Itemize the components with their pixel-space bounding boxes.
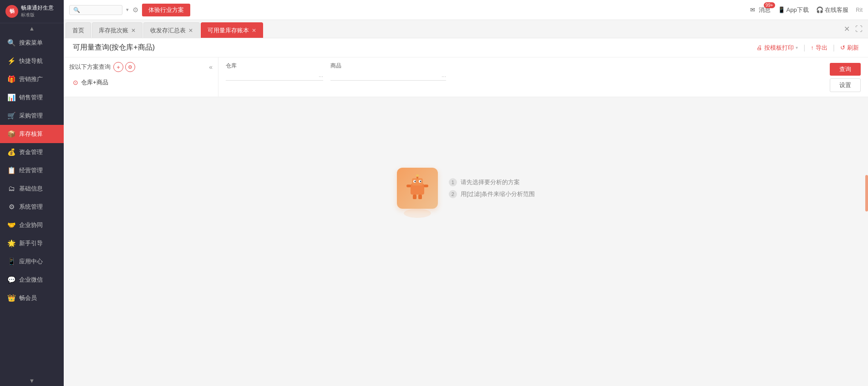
tab-available-close[interactable]: ✕ — [252, 27, 256, 34]
sidebar-item-quick-nav[interactable]: ⚡ 快捷导航 — [0, 52, 64, 70]
scheme-settings-btn[interactable]: ⚙ — [125, 62, 135, 72]
sidebar-item-wechat[interactable]: 💬 企业微信 — [0, 271, 64, 289]
query-panel: 按以下方案查询 + ⚙ « ⊙ 仓库+商品 仓库 — [64, 57, 868, 97]
sidebar-item-enterprise[interactable]: 🤝 企业协同 — [0, 216, 64, 234]
empty-tip-2: 2 用[过滤]条件来缩小分析范围 — [449, 190, 535, 198]
sales-icon: 📊 — [7, 93, 15, 102]
tab-expand-btn[interactable]: ⛶ — [853, 23, 864, 35]
query-fields: 仓库 ... 商品 ... 查询 设置 — [218, 57, 868, 97]
sidebar-item-sales[interactable]: 📊 销售管理 — [0, 88, 64, 107]
basic-icon: 🗂 — [7, 185, 15, 192]
warehouse-more-btn[interactable]: ... — [319, 72, 323, 78]
sidebar-item-app-center[interactable]: 📱 应用中心 — [0, 252, 64, 271]
topbar-search-input[interactable] — [82, 7, 118, 13]
sidebar-item-search[interactable]: 🔍 搜索菜单 — [0, 34, 64, 52]
sidebar-scroll-up[interactable]: ▲ — [0, 23, 64, 34]
tab-batch[interactable]: 库存批次账 ✕ — [92, 22, 142, 38]
page-title: 可用量查询(按仓库+商品) — [73, 43, 155, 52]
warehouse-label: 仓库 — [226, 62, 323, 70]
purchase-icon: 🛒 — [7, 112, 15, 120]
svg-point-5 — [420, 181, 421, 182]
goods-input[interactable] — [330, 72, 440, 78]
goods-field: 商品 ... — [330, 62, 446, 81]
inventory-icon: 📦 — [7, 130, 15, 138]
goods-more-btn[interactable]: ... — [442, 72, 446, 78]
page-header: 可用量查询(按仓库+商品) 🖨 按模板打印 ▾ | ↑ 导出 | ↺ 刷新 — [64, 38, 868, 57]
scheme-collapse-btn[interactable]: « — [209, 63, 213, 71]
topbar: 🔍 ▾ ⚙ 体验行业方案 ✉ 99+ 消息 📱 App下载 🎧 在线客服 Rit — [64, 0, 868, 20]
enterprise-icon: 🤝 — [7, 221, 15, 229]
scheme-item-warehouse[interactable]: ⊙ 仓库+商品 — [69, 76, 213, 89]
empty-state: 1 请先选择要分析的方案 2 用[过滤]条件来缩小分析范围 — [64, 97, 868, 279]
query-settings-btn[interactable]: 设置 — [830, 78, 861, 92]
online-service-btn[interactable]: 🎧 在线客服 — [816, 6, 849, 14]
empty-tip-1: 1 请先选择要分析的方案 — [449, 178, 535, 186]
quick-nav-icon: ⚡ — [7, 57, 15, 65]
app-center-icon: 📱 — [7, 257, 15, 266]
tabbar-controls: ✕ ⛶ — [838, 20, 868, 38]
tab-collect-close[interactable]: ✕ — [188, 27, 193, 34]
query-scheme-header: 按以下方案查询 + ⚙ « — [69, 62, 213, 72]
search-menu-icon: 🔍 — [7, 39, 15, 47]
tabbar: 首页 库存批次账 ✕ 收发存汇总表 ✕ 可用量库存账本 ✕ ✕ ⛶ — [64, 20, 868, 38]
sidebar-item-basic[interactable]: 🗂 基础信息 — [0, 180, 64, 198]
sidebar-item-member[interactable]: 👑 畅会员 — [0, 289, 64, 307]
warehouse-field: 仓库 ... — [226, 62, 323, 81]
sidebar-scroll-down[interactable]: ▼ — [0, 376, 64, 386]
tab-batch-close[interactable]: ✕ — [131, 27, 136, 34]
message-icon: ✉ — [750, 6, 755, 13]
refresh-icon: ↺ — [840, 44, 845, 51]
print-btn[interactable]: 🖨 按模板打印 ▾ — [756, 44, 798, 52]
sidebar: 畅 畅康通好生意 标准版 ▲ 🔍 搜索菜单 ⚡ 快捷导航 🎁 营销推广 📊 销售… — [0, 0, 64, 386]
app-title: 畅康通好生意 — [21, 5, 54, 12]
topbar-right-actions: ✉ 99+ 消息 📱 App下载 🎧 在线客服 Rit — [750, 6, 863, 14]
topbar-search-icon: 🔍 — [73, 7, 80, 13]
page-header-actions: 🖨 按模板打印 ▾ | ↑ 导出 | ↺ 刷新 — [756, 44, 859, 52]
warehouse-input[interactable] — [226, 72, 317, 78]
svg-rect-11 — [424, 185, 428, 187]
headset-icon: 🎧 — [816, 6, 823, 13]
tab-close-btn[interactable]: ✕ — [842, 23, 852, 35]
message-badge: 99+ — [764, 2, 775, 8]
print-icon: 🖨 — [756, 44, 762, 51]
sidebar-item-system[interactable]: ⚙ 系统管理 — [0, 198, 64, 216]
main-content: 🔍 ▾ ⚙ 体验行业方案 ✉ 99+ 消息 📱 App下载 🎧 在线客服 Rit — [64, 0, 868, 386]
query-action-buttons: 查询 设置 — [830, 62, 861, 92]
add-scheme-btn[interactable]: + — [113, 62, 123, 72]
query-scheme-label: 按以下方案查询 — [69, 63, 111, 71]
svg-point-7 — [416, 175, 419, 177]
trial-button[interactable]: 体验行业方案 — [142, 4, 190, 16]
sidebar-item-finance[interactable]: 💰 资金管理 — [0, 143, 64, 161]
print-dropdown-icon[interactable]: ▾ — [796, 45, 798, 50]
app-logo: 畅 — [5, 5, 18, 18]
tab-available[interactable]: 可用量库存账本 ✕ — [201, 22, 263, 38]
tab-collect[interactable]: 收发存汇总表 ✕ — [143, 22, 200, 38]
goods-label: 商品 — [330, 62, 446, 70]
refresh-btn[interactable]: ↺ 刷新 — [840, 44, 859, 52]
topbar-gear-icon[interactable]: ⚙ — [132, 6, 138, 14]
user-name[interactable]: Rit — [856, 7, 863, 13]
sidebar-item-operation[interactable]: 📋 经营管理 — [0, 161, 64, 180]
svg-point-4 — [414, 181, 416, 182]
topbar-chevron-icon[interactable]: ▾ — [126, 7, 129, 13]
app-download-icon: 📱 — [778, 6, 785, 13]
sidebar-item-guide[interactable]: 🌟 新手引导 — [0, 234, 64, 252]
scheme-item-icon: ⊙ — [73, 79, 78, 86]
page-content: 可用量查询(按仓库+商品) 🖨 按模板打印 ▾ | ↑ 导出 | ↺ 刷新 — [64, 38, 868, 386]
message-btn[interactable]: ✉ 99+ 消息 — [750, 6, 771, 14]
sidebar-header: 畅 畅康通好生意 标准版 — [0, 0, 64, 23]
query-submit-btn[interactable]: 查询 — [830, 63, 861, 76]
export-btn[interactable]: ↑ 导出 — [811, 44, 827, 52]
wechat-icon: 💬 — [7, 276, 15, 284]
app-download-btn[interactable]: 📱 App下载 — [778, 6, 809, 14]
app-subtitle: 标准版 — [21, 12, 54, 18]
tab-home[interactable]: 首页 — [66, 22, 91, 38]
marketing-icon: 🎁 — [7, 75, 15, 83]
sidebar-item-inventory[interactable]: 📦 库存核算 — [0, 125, 64, 143]
sidebar-item-marketing[interactable]: 🎁 营销推广 — [0, 70, 64, 88]
query-scheme-panel: 按以下方案查询 + ⚙ « ⊙ 仓库+商品 — [64, 57, 218, 97]
topbar-search-box[interactable]: 🔍 — [69, 5, 122, 15]
sidebar-nav: 🔍 搜索菜单 ⚡ 快捷导航 🎁 营销推广 📊 销售管理 🛒 采购管理 📦 库存核… — [0, 34, 64, 376]
member-icon: 👑 — [7, 294, 15, 302]
sidebar-item-purchase[interactable]: 🛒 采购管理 — [0, 107, 64, 125]
